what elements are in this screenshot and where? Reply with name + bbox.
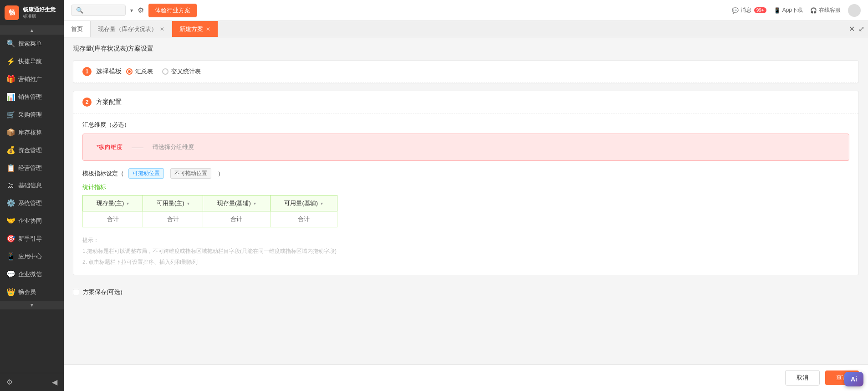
sidebar-item-purchase[interactable]: 🛒 采购管理 [0, 106, 64, 123]
message-icon: 💬 [732, 7, 739, 14]
radio-summary-circle [126, 68, 133, 75]
search-input[interactable] [86, 7, 123, 14]
step2-title: 方案配置 [96, 98, 122, 106]
sidebar-label-member: 畅会员 [18, 288, 36, 296]
sidebar-icon-search: 🔍 [6, 39, 15, 48]
tab-new-scheme-close-icon[interactable]: ✕ [206, 26, 210, 32]
tab-expand-btn[interactable]: ⤢ [858, 25, 864, 33]
sidebar-item-marketing[interactable]: 🎁 营销推广 [0, 70, 64, 88]
tab-close-btn[interactable]: ✕ [849, 25, 855, 33]
tab-inventory-status[interactable]: 现存量（库存状况表） ✕ [91, 21, 172, 37]
sidebar-item-inventory[interactable]: 📦 库存核算 [0, 123, 64, 141]
stats-cell-2: 合计 [143, 211, 203, 227]
col3-chevron-icon[interactable]: ▾ [254, 201, 256, 206]
sidebar-icon-member: 👑 [6, 288, 15, 296]
sidebar-item-cooperation[interactable]: 🤝 企业协同 [0, 212, 64, 230]
topbar-search[interactable]: 🔍 [71, 5, 126, 16]
sidebar-label-marketing: 营销推广 [18, 75, 42, 83]
tab-inventory-close-icon[interactable]: ✕ [160, 26, 164, 32]
cancel-button[interactable]: 取消 [785, 370, 820, 386]
sidebar-scroll-up[interactable]: ▲ [0, 26, 64, 35]
sidebar-scroll-down[interactable]: ▼ [0, 301, 64, 309]
stats-table-head: 现存量(主) ▾ 可用量(主) ▾ [83, 196, 337, 211]
indicator-setting-label: 模板指标设定（ 可拖动位置 不可拖动位置 ） [82, 168, 849, 179]
tab-new-scheme[interactable]: 新建方案 ✕ [172, 21, 218, 37]
app-download-item[interactable]: 📱 App下载 [774, 6, 803, 14]
sidebar-icon-newcomer: 🎯 [6, 234, 15, 243]
sidebar-item-system[interactable]: ⚙️ 系统管理 [0, 194, 64, 212]
tab-home[interactable]: 首页 [64, 21, 91, 37]
topbar-right: 💬 消息 99+ 📱 App下载 🎧 在线客服 [732, 4, 861, 17]
col1-chevron-icon[interactable]: ▾ [127, 201, 129, 206]
stats-col-4-header[interactable]: 可用量(基辅) ▾ [270, 196, 337, 211]
sidebar-item-search[interactable]: 🔍 搜索菜单 [0, 35, 64, 52]
stats-data-row: 合计 合计 合计 合计 [83, 211, 337, 227]
save-label: 方案保存(可选) [83, 288, 123, 296]
stats-col-3-header[interactable]: 现存量(基辅) ▾ [203, 196, 270, 211]
tips-section: 提示： 1.拖动标题栏可以调整布局，不可跨维度或指标区域拖动栏目字段(只能在同一… [82, 235, 849, 268]
dropdown-chevron-icon: ▾ [130, 7, 133, 14]
sidebar-item-sales[interactable]: 📊 销售管理 [0, 88, 64, 106]
stats-title: 统计指标 [82, 183, 849, 191]
sidebar-footer: ⚙ ◀ [0, 373, 64, 391]
step2-body: 汇总维度（必选） *纵向维度 —— 请选择分组维度 模板指标设定（ 可拖动位置 … [73, 113, 858, 275]
online-service-item[interactable]: 🎧 在线客服 [810, 6, 841, 14]
main-area: 🔍 ▾ ⚙ 体验行业方案 💬 消息 99+ 📱 App下载 🎧 在线客服 [64, 0, 868, 391]
step2-section: 2 方案配置 汇总维度（必选） *纵向维度 —— 请选择分组维度 模板指标设定（… [73, 91, 859, 275]
sidebar-item-appstore[interactable]: 📱 应用中心 [0, 247, 64, 265]
sidebar-icon-appstore: 📱 [6, 252, 15, 261]
app-name: 畅康通好生意 标准版 [23, 6, 56, 20]
sidebar-item-finance[interactable]: 💰 资金管理 [0, 141, 64, 159]
sidebar-label-sales: 销售管理 [18, 93, 42, 101]
stats-section: 统计指标 现存量(主) ▾ [82, 183, 849, 227]
dimension-dash: —— [132, 144, 143, 151]
stats-header-row: 现存量(主) ▾ 可用量(主) ▾ [83, 196, 337, 211]
ai-button[interactable]: Ai [844, 372, 863, 386]
stats-col-2-header[interactable]: 可用量(主) ▾ [143, 196, 203, 211]
radio-summary-label: 汇总表 [135, 67, 153, 76]
sidebar-label-newcomer: 新手引导 [18, 235, 42, 243]
tips-item-1: 1.拖动标题栏可以调整布局，不可跨维度或指标区域拖动栏目字段(只能在同一维度或指… [82, 246, 849, 257]
sidebar-label-purchase: 采购管理 [18, 111, 42, 119]
topbar-gear-icon[interactable]: ⚙ [138, 6, 144, 15]
trial-btn[interactable]: 体验行业方案 [148, 4, 197, 17]
step2-header: 2 方案配置 [73, 91, 858, 113]
save-option: 方案保存(可选) [73, 283, 859, 302]
sidebar-icon-finance: 💰 [6, 146, 15, 154]
toggle-icon[interactable]: ◀ [52, 378, 57, 386]
topbar-dropdown[interactable]: ▾ [130, 7, 133, 14]
sidebar-item-shortcut[interactable]: ⚡ 快捷导航 [0, 52, 64, 70]
tips-item-2: 2. 点击标题栏下拉可设置排序、插入列和删除列 [82, 257, 849, 268]
step1-section: 1 选择模板 汇总表 交叉统计表 [73, 60, 859, 83]
message-badge: 99+ [754, 7, 766, 13]
radio-crosstab-label: 交叉统计表 [171, 67, 201, 76]
settings-icon[interactable]: ⚙ [6, 378, 13, 386]
sidebar: 畅 畅康通好生意 标准版 ▲ 🔍 搜索菜单 ⚡ 快捷导航 🎁 营销推广 📊 销售… [0, 0, 64, 391]
col2-chevron-icon[interactable]: ▾ [187, 201, 189, 206]
tips-title: 提示： [82, 235, 849, 246]
sidebar-label-cooperation: 企业协同 [18, 217, 42, 225]
user-avatar[interactable] [848, 4, 861, 17]
non-drag-tag: 不可拖动位置 [170, 168, 211, 179]
sidebar-item-business[interactable]: 📋 经营管理 [0, 159, 64, 177]
page-title: 现存量(库存状况表)方案设置 [73, 45, 859, 53]
radio-crosstab[interactable]: 交叉统计表 [162, 67, 201, 76]
sidebar-item-newcomer[interactable]: 🎯 新手引导 [0, 230, 64, 247]
stats-col-1-header[interactable]: 现存量(主) ▾ [83, 196, 143, 211]
sidebar-label-search: 搜索菜单 [18, 40, 42, 48]
drag-tag: 可拖动位置 [128, 168, 164, 179]
stats-table-body: 合计 合计 合计 合计 [83, 211, 337, 227]
dimension-required-area[interactable]: *纵向维度 —— 请选择分组维度 [82, 134, 849, 161]
message-item[interactable]: 💬 消息 99+ [732, 6, 766, 14]
step2-badge: 2 [82, 98, 92, 107]
sidebar-label-finance: 资金管理 [18, 146, 42, 154]
radio-summary[interactable]: 汇总表 [126, 67, 153, 76]
sidebar-item-basic[interactable]: 🗂 基础信息 [0, 177, 64, 194]
step1-badge: 1 [82, 67, 92, 76]
sidebar-item-member[interactable]: 👑 畅会员 [0, 283, 64, 301]
step1-title: 选择模板 [96, 67, 122, 76]
col4-chevron-icon[interactable]: ▾ [321, 201, 323, 206]
sidebar-items-container: 🔍 搜索菜单 ⚡ 快捷导航 🎁 营销推广 📊 销售管理 🛒 采购管理 📦 库存核… [0, 35, 64, 301]
sidebar-item-wechat[interactable]: 💬 企业微信 [0, 265, 64, 283]
save-checkbox[interactable] [73, 289, 79, 295]
